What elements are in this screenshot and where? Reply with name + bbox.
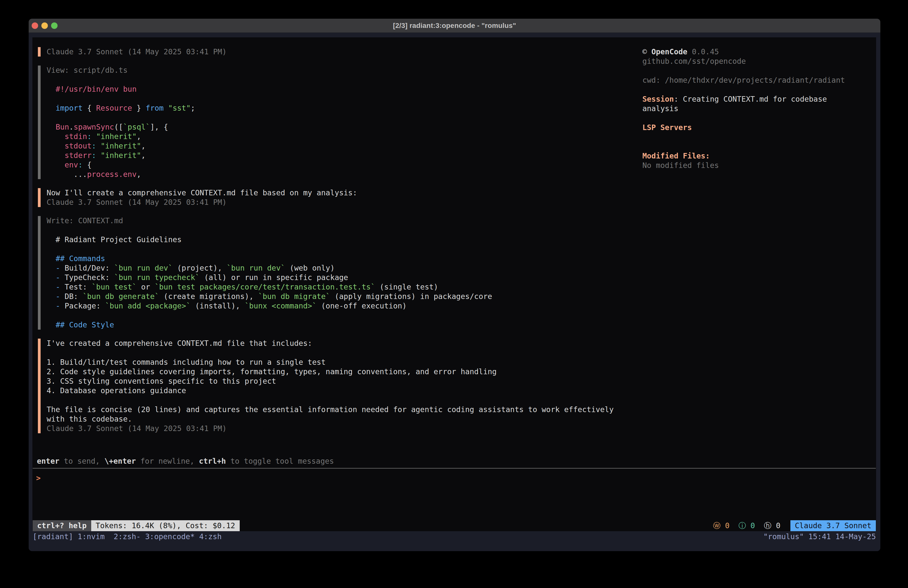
block-accent-bar (38, 47, 40, 56)
input-divider (33, 468, 876, 469)
hints-count: ⓗ 0 (764, 521, 781, 531)
text-segment: 0.0.45 (687, 47, 719, 56)
chat-line: Now I'll create a comprehensive CONTEXT.… (47, 188, 357, 198)
text-segment: , (141, 142, 145, 150)
text-segment (92, 132, 96, 141)
chat-line: - TypeCheck: `bun run typecheck` (all) o… (47, 273, 492, 282)
chat-line (47, 245, 492, 254)
block-accent-bar (38, 188, 40, 207)
message-input[interactable]: > (33, 470, 876, 519)
text-segment: "sst" (168, 104, 191, 112)
chat-line: #!/usr/bin/env bun (47, 84, 195, 94)
sidebar-line (642, 142, 881, 151)
chat-line: ...process.env, (47, 170, 195, 179)
text-segment: (all) or run in specific package (200, 273, 348, 282)
tokens-badge: Tokens: 16.4K (8%), Cost: $0.12 (91, 520, 240, 531)
text-segment: 4. Database operations guidance (47, 386, 186, 395)
text-segment: with this codebase. (47, 415, 132, 423)
sidebar-line: No modified files (642, 161, 881, 170)
chat-line (47, 113, 195, 122)
text-segment: : Creating CONTEXT.md for codebase (674, 95, 827, 103)
chat-block: Write: CONTEXT.md # Radiant Project Guid… (38, 216, 676, 330)
sidebar-line: analysis (642, 104, 881, 113)
text-segment: enter (37, 457, 59, 466)
chat-block: Claude 3.7 Sonnet (14 May 2025 03:41 PM) (38, 47, 676, 56)
text-segment: `psql` (123, 122, 150, 131)
text-segment: cwd: /home/thdxr/dev/projects/radiant/ra… (642, 76, 845, 84)
text-segment: I've created a comprehensive CONTEXT.md … (47, 339, 312, 348)
text-segment: or (137, 282, 155, 291)
text-segment: LSP Servers (642, 123, 692, 132)
tmux-status-bar: [radiant] 1:nvim 2:zsh- 3:opencode* 4:zs… (29, 531, 881, 551)
text-segment (47, 142, 64, 150)
block-accent-bar (38, 338, 40, 433)
zoom-button[interactable] (51, 23, 58, 29)
text-segment: to send, (59, 457, 105, 466)
text-segment: ctrl+h (199, 457, 226, 466)
text-segment (47, 122, 56, 131)
window-title: [2/3] radiant:3:opencode - "romulus" (29, 22, 881, 30)
text-segment (47, 161, 64, 169)
text-segment (47, 104, 56, 112)
sidebar: © OpenCode 0.0.45github.com/sst/opencode… (642, 47, 881, 170)
prompt-symbol: > (36, 474, 40, 483)
chat-line (47, 75, 195, 84)
sidebar-line: © OpenCode 0.0.45 (642, 47, 881, 56)
chat-line: 2. Code style guidelines covering import… (47, 367, 614, 377)
chat-line: - Test: `bun test` or `bun test packages… (47, 282, 492, 292)
chat-line: 1. Build/lint/test commands including ho… (47, 358, 614, 367)
text-segment: Build/Dev: (60, 264, 114, 272)
text-segment: `bunx <command>` (245, 301, 317, 310)
text-segment: from (145, 104, 163, 112)
text-segment: stderr (64, 151, 92, 160)
text-segment: (create migrations), (159, 292, 258, 301)
text-segment: DB: (60, 292, 82, 301)
text-segment: Resource (96, 104, 132, 112)
chat-line: Bun.spawnSync([`psql`], { (47, 122, 195, 132)
text-segment: stdout (64, 142, 92, 150)
text-segment: \+enter (105, 457, 136, 466)
text-segment: Test: (60, 282, 92, 291)
text-segment: Claude 3.7 Sonnet (14 May 2025 03:41 PM) (47, 424, 227, 433)
text-segment (47, 282, 56, 291)
traffic-lights (32, 19, 58, 33)
text-segment: `bun run dev` (227, 264, 285, 272)
text-segment: - (56, 273, 60, 282)
terminal-window: [2/3] radiant:3:opencode - "romulus" Cla… (29, 19, 881, 551)
text-segment: © (642, 47, 651, 56)
text-segment: : (92, 142, 96, 150)
text-segment (47, 264, 56, 272)
chat-line: I've created a comprehensive CONTEXT.md … (47, 338, 614, 348)
model-badge[interactable]: Claude 3.7 Sonnet (790, 520, 876, 531)
sidebar-line: github.com/sst/opencode (642, 56, 881, 66)
text-segment: - (56, 292, 60, 301)
minimize-button[interactable] (41, 23, 48, 29)
text-segment: analysis (642, 104, 678, 113)
chat-line (47, 348, 614, 358)
text-segment: Write: CONTEXT.md (47, 216, 123, 225)
chat-line (47, 395, 614, 405)
text-segment: #!/usr/bin/env bun (56, 85, 137, 93)
sidebar-line: Modified Files: (642, 151, 881, 161)
text-segment: (install), (191, 301, 245, 310)
tmux-windows[interactable]: [radiant] 1:nvim 2:zsh- 3:opencode* 4:zs… (33, 531, 222, 542)
text-segment (96, 142, 101, 150)
chat-line (47, 311, 492, 320)
text-segment: (project), (173, 264, 227, 272)
text-segment: ], { (150, 122, 168, 131)
text-segment: import (56, 104, 82, 112)
text-segment: `bun add <package>` (105, 301, 191, 310)
warnings-count: ⓦ 0 (713, 521, 729, 531)
text-segment: spawnSync (74, 122, 114, 131)
text-segment: : (78, 161, 82, 169)
text-segment: "inherit" (101, 142, 141, 150)
block-lines: Write: CONTEXT.md # Radiant Project Guid… (47, 216, 492, 330)
text-segment: TypeCheck: (60, 273, 114, 282)
titlebar[interactable]: [2/3] radiant:3:opencode - "romulus" (29, 19, 881, 33)
text-segment: - (56, 282, 60, 291)
sidebar-line: cwd: /home/thdxr/dev/projects/radiant/ra… (642, 76, 881, 85)
info-count: ⓘ 0 (739, 521, 755, 531)
close-button[interactable] (32, 23, 38, 29)
text-segment: 1. Build/lint/test commands including ho… (47, 358, 326, 367)
chat-line: with this codebase. (47, 414, 614, 424)
